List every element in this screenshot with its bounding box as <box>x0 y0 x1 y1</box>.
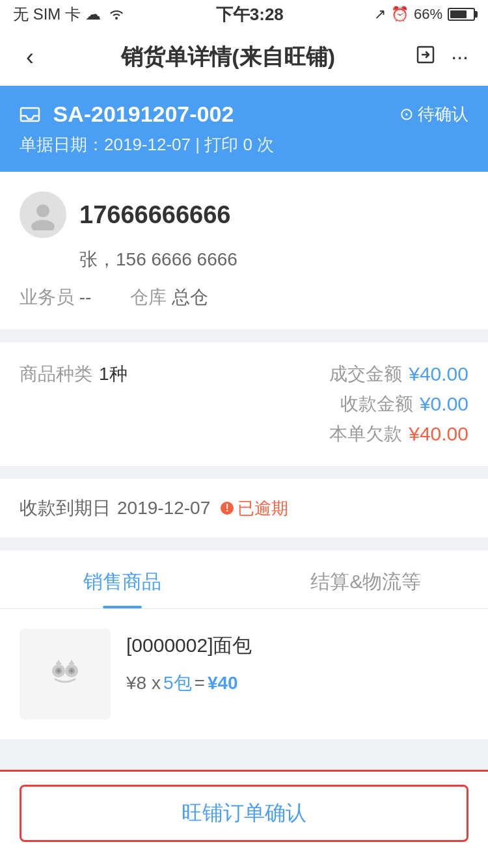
inbox-icon <box>20 102 46 126</box>
nav-bar: ‹ 销货单详情(来自旺铺) ··· <box>0 29 488 86</box>
due-date-value: 2019-12-07 <box>117 498 210 519</box>
goods-type-value: 1种 <box>99 362 128 387</box>
svg-point-8 <box>57 670 60 672</box>
payment-amount-label: 收款金额 <box>340 392 413 416</box>
summary-card: 商品种类 1种 成交金额 ¥40.00 收款金额 ¥0.00 本单欠款 ¥40.… <box>0 342 488 466</box>
tab-sales-goods-label: 销售商品 <box>83 571 161 592</box>
customer-name: 张，156 6666 6666 <box>79 247 468 272</box>
confirm-order-button[interactable]: 旺铺订单确认 <box>20 785 468 842</box>
goods-type-item: 商品种类 1种 <box>20 362 128 387</box>
svg-point-3 <box>31 220 55 230</box>
alarm-icon: ⏰ <box>391 6 409 23</box>
customer-row: 17666666666 <box>20 191 468 238</box>
tabs-container: 销售商品 结算&物流等 <box>0 550 488 609</box>
product-thumbnail <box>20 629 111 720</box>
customer-card: 17666666666 张，156 6666 6666 业务员 -- 仓库 总仓 <box>0 172 488 329</box>
tab-settlement[interactable]: 结算&物流等 <box>244 550 488 608</box>
overdue-badge: ! 已逾期 <box>221 497 288 520</box>
balance-amount-row: 本单欠款 ¥40.00 <box>329 422 468 446</box>
avatar <box>20 191 66 238</box>
more-button[interactable]: ··· <box>451 45 468 69</box>
order-status: ⊙ 待确认 <box>400 103 468 126</box>
due-date-card: 收款到期日 2019-12-07 ! 已逾期 <box>0 479 488 537</box>
due-date-label: 收款到期日 <box>20 496 111 521</box>
sim-label: 无 SIM 卡 ☁ <box>13 4 101 25</box>
status-left: 无 SIM 卡 ☁ <box>13 4 126 25</box>
clock-icon: ⊙ <box>400 104 414 124</box>
order-id-row: SA-20191207-002 ⊙ 待确认 <box>20 102 468 127</box>
product-qty: 5包 <box>163 671 192 696</box>
balance-amount-value: ¥40.00 <box>409 423 468 445</box>
share-button[interactable] <box>416 45 435 70</box>
status-bar: 无 SIM 卡 ☁ 下午3:28 ↗ ⏰ 66% <box>0 0 488 29</box>
transaction-amount-value: ¥40.00 <box>409 363 468 385</box>
back-button[interactable]: ‹ <box>20 37 40 77</box>
transaction-amount-label: 成交金额 <box>329 362 402 387</box>
confirm-order-label: 旺铺订单确认 <box>182 799 306 828</box>
svg-point-2 <box>36 204 49 217</box>
warehouse-label: 仓库 <box>130 287 167 307</box>
tab-settlement-label: 结算&物流等 <box>310 571 421 592</box>
warehouse-item: 仓库 总仓 <box>130 285 208 310</box>
customer-meta: 业务员 -- 仓库 总仓 <box>20 285 468 310</box>
overdue-icon: ! <box>221 502 234 515</box>
status-text: 待确认 <box>418 103 468 126</box>
status-time: 下午3:28 <box>216 3 284 26</box>
payment-amount-row: 收款金额 ¥0.00 <box>340 392 468 416</box>
confirm-btn-container: 旺铺订单确认 <box>0 770 488 868</box>
status-right: ↗ ⏰ 66% <box>374 6 475 23</box>
order-id: SA-20191207-002 <box>20 102 234 127</box>
warehouse-value: 总仓 <box>172 287 208 307</box>
wifi-icon <box>107 5 126 23</box>
transaction-amount-row: 成交金额 ¥40.00 <box>329 362 468 387</box>
order-header: SA-20191207-002 ⊙ 待确认 单据日期：2019-12-07 | … <box>0 86 488 172</box>
product-equals: = <box>195 673 205 694</box>
salesperson-value: -- <box>79 287 92 307</box>
balance-amount-label: 本单欠款 <box>329 422 402 446</box>
location-icon: ↗ <box>374 6 386 23</box>
customer-phone: 17666666666 <box>79 201 230 229</box>
order-date: 单据日期：2019-12-07 | 打印 0 次 <box>20 133 468 156</box>
summary-left: 商品种类 1种 <box>20 362 128 387</box>
tab-sales-goods[interactable]: 销售商品 <box>0 550 244 608</box>
product-price-row: ¥8 x 5包 = ¥40 <box>126 671 468 696</box>
overdue-text: 已逾期 <box>237 497 288 520</box>
payment-amount-value: ¥0.00 <box>420 393 468 415</box>
goods-type-label: 商品种类 <box>20 362 92 387</box>
svg-point-9 <box>70 670 73 672</box>
product-list: [0000002]面包 ¥8 x 5包 = ¥40 <box>0 609 488 739</box>
product-total: ¥40 <box>208 673 238 694</box>
product-price: ¥8 x <box>126 673 161 694</box>
summary-right: 成交金额 ¥40.00 收款金额 ¥0.00 本单欠款 ¥40.00 <box>329 362 468 446</box>
salesperson-label: 业务员 <box>20 287 74 307</box>
product-item: [0000002]面包 ¥8 x 5包 = ¥40 <box>20 629 468 720</box>
product-info: [0000002]面包 ¥8 x 5包 = ¥40 <box>126 629 468 696</box>
battery-percent: 66% <box>414 6 442 23</box>
product-name: [0000002]面包 <box>126 632 468 659</box>
salesperson-item: 业务员 -- <box>20 285 91 310</box>
battery-icon <box>448 8 475 21</box>
page-title: 销货单详情(来自旺铺) <box>121 42 335 72</box>
nav-actions: ··· <box>416 45 468 70</box>
